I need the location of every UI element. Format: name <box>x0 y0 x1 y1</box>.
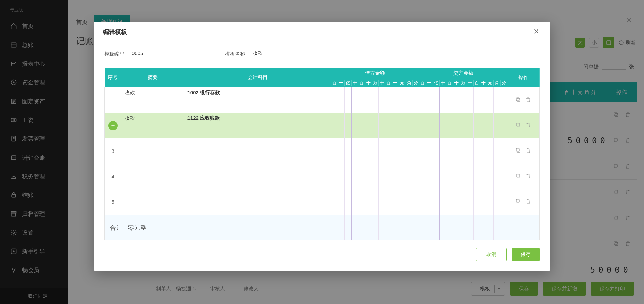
debit-cell[interactable] <box>331 113 419 138</box>
sum-credit <box>419 215 507 240</box>
abstract-cell[interactable] <box>121 164 184 189</box>
copy-icon[interactable] <box>515 198 522 205</box>
add-row-button[interactable] <box>108 121 118 130</box>
th-abstract: 摘要 <box>121 68 184 87</box>
tpl-name-input[interactable] <box>252 49 322 59</box>
debit-cell[interactable] <box>331 138 419 164</box>
edit-template-dialog: 编辑模板 模板编码 模板名称 <box>94 22 550 271</box>
template-row[interactable]: 4 <box>105 164 540 189</box>
account-cell[interactable]: 1002 银行存款 <box>184 87 331 113</box>
svg-rect-31 <box>517 124 520 127</box>
seq-cell: 3 <box>105 138 121 164</box>
svg-rect-34 <box>516 148 519 151</box>
svg-rect-30 <box>516 98 519 101</box>
op-cell <box>507 138 539 164</box>
svg-rect-36 <box>516 174 519 177</box>
svg-rect-29 <box>517 98 520 101</box>
copy-icon[interactable] <box>515 97 522 103</box>
sum-op <box>507 215 539 240</box>
op-cell <box>507 113 539 138</box>
abstract-cell[interactable] <box>121 138 184 164</box>
seq-cell: 1 <box>105 87 121 113</box>
th-op: 操作 <box>507 68 539 87</box>
abstract-cell[interactable] <box>121 189 184 215</box>
credit-cell[interactable] <box>419 164 507 189</box>
tpl-name-label: 模板名称 <box>225 51 245 57</box>
dialog-header: 编辑模板 <box>94 22 550 42</box>
template-row[interactable]: 5 <box>105 189 540 215</box>
th-debit-units: 百十亿千百十万千百十元角分 <box>331 79 419 87</box>
sum-debit <box>331 215 419 240</box>
svg-rect-33 <box>517 149 520 152</box>
abstract-cell[interactable]: 收款 <box>121 113 184 138</box>
delete-icon[interactable] <box>525 97 532 103</box>
copy-icon[interactable] <box>515 122 522 129</box>
template-row[interactable]: 1收款1002 银行存款 <box>105 87 540 113</box>
th-debit: 借方金额 <box>331 68 419 79</box>
credit-cell[interactable] <box>419 87 507 113</box>
svg-rect-38 <box>516 199 519 202</box>
copy-icon[interactable] <box>515 147 522 154</box>
tpl-code-input[interactable] <box>131 49 202 59</box>
template-table: 序号 摘要 会计科目 借方金额 贷方金额 操作 百十亿千百十万千百十元角分 百十… <box>104 68 540 240</box>
sum-label: 合计：零元整 <box>105 215 331 240</box>
copy-icon[interactable] <box>515 173 522 180</box>
th-credit: 贷方金额 <box>419 68 507 79</box>
account-cell[interactable]: 1122 应收账款 <box>184 113 331 138</box>
credit-cell[interactable] <box>419 138 507 164</box>
tpl-code-label: 模板编码 <box>104 51 124 57</box>
seq-cell: 5 <box>105 189 121 215</box>
delete-icon[interactable] <box>525 122 532 129</box>
account-cell[interactable] <box>184 189 331 215</box>
account-cell[interactable] <box>184 164 331 189</box>
svg-rect-35 <box>517 175 520 178</box>
template-row[interactable]: 3 <box>105 138 540 164</box>
credit-cell[interactable] <box>419 113 507 138</box>
debit-cell[interactable] <box>331 164 419 189</box>
debit-cell[interactable] <box>331 87 419 113</box>
th-seq: 序号 <box>105 68 121 87</box>
svg-rect-32 <box>516 123 519 126</box>
dialog-cancel-button[interactable]: 取消 <box>476 248 507 261</box>
seq-cell: 4 <box>105 164 121 189</box>
dialog-close-button[interactable] <box>533 28 541 36</box>
account-cell[interactable] <box>184 138 331 164</box>
delete-icon[interactable] <box>525 198 532 205</box>
th-account: 会计科目 <box>184 68 331 87</box>
abstract-cell[interactable]: 收款 <box>121 87 184 113</box>
delete-icon[interactable] <box>525 173 532 180</box>
dialog-save-button[interactable]: 保存 <box>512 248 540 261</box>
op-cell <box>507 189 539 215</box>
dialog-title: 编辑模板 <box>103 28 127 36</box>
th-credit-units: 百十亿千百十万千百十元角分 <box>419 79 507 87</box>
template-row[interactable]: 收款1122 应收账款 <box>105 113 540 138</box>
debit-cell[interactable] <box>331 189 419 215</box>
modal-overlay: 编辑模板 模板编码 模板名称 <box>0 0 644 304</box>
svg-rect-37 <box>517 200 520 203</box>
op-cell <box>507 87 539 113</box>
credit-cell[interactable] <box>419 189 507 215</box>
seq-cell <box>105 113 121 138</box>
delete-icon[interactable] <box>525 147 532 154</box>
op-cell <box>507 164 539 189</box>
